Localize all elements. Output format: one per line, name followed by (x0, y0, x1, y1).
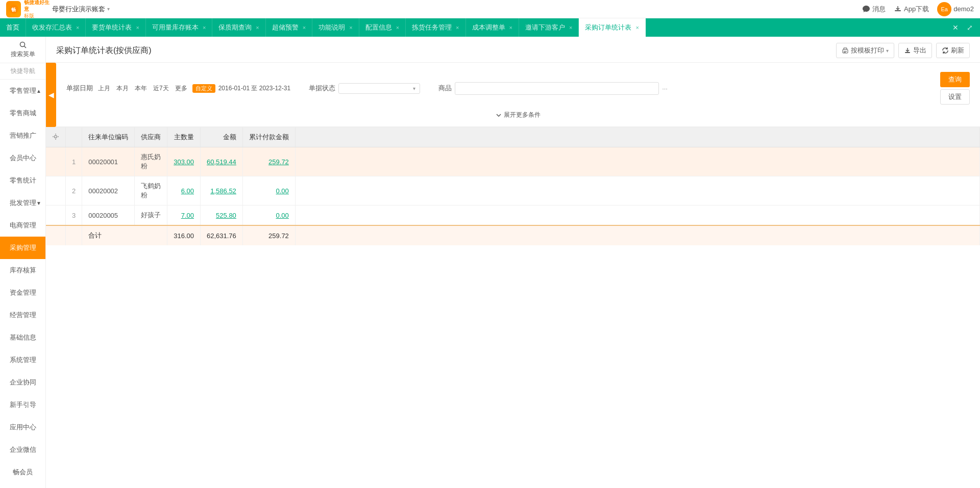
workspace-selector[interactable]: 母婴行业演示账套 ▾ (52, 5, 862, 14)
refresh-button[interactable]: 刷新 (936, 43, 970, 58)
sidebar: 搜索英单 快捷导航 零售管理 ▲ 零售商城 营销推广 会员中心 零售统计 批 (0, 37, 46, 488)
date-shortcut-last-month[interactable]: 上月 (96, 83, 112, 94)
app-download-button[interactable]: App下载 (894, 5, 929, 14)
tab-avail-stock[interactable]: 可用量库存账本 × (146, 18, 212, 37)
date-shortcut-this-year[interactable]: 本年 (133, 83, 149, 94)
sidebar-item-operations[interactable]: 经营管理 (0, 304, 45, 326)
maximize-button[interactable]: ⤢ (964, 22, 976, 33)
sidebar-item-basic-info[interactable]: 基础信息 (0, 326, 45, 349)
date-shortcut-7days[interactable]: 近7天 (151, 83, 171, 94)
tab-cost-adjust-close[interactable]: × (509, 24, 512, 31)
table-container: 往来单位编码 供应商 主数量 金额 累计付款金额 1 00020001 (46, 127, 980, 488)
row2-qty-link[interactable]: 6.00 (181, 187, 194, 195)
row3-code-cell: 00020005 (82, 206, 135, 226)
row1-settings-cell[interactable] (46, 147, 66, 176)
tab-purchase-stats-close[interactable]: × (635, 24, 639, 31)
sidebar-item-system[interactable]: 系统管理 (0, 349, 45, 371)
close-all-tabs-button[interactable]: ✕ (949, 22, 962, 33)
sidebar-item-enterprise[interactable]: 企业协同 (0, 371, 45, 394)
sidebar-item-stock-account[interactable]: 库存核算 (0, 259, 45, 281)
tab-feature-desc[interactable]: 功能说明 × (312, 18, 359, 37)
sidebar-item-ecommerce[interactable]: 电商管理 (0, 214, 45, 237)
tab-config-close[interactable]: × (396, 24, 399, 31)
username: demo2 (953, 5, 974, 13)
goods-filter-label: 商品 (438, 84, 452, 93)
row2-amount-link[interactable]: 1,586.52 (210, 187, 236, 195)
tab-home[interactable]: 首页 (0, 18, 26, 37)
date-custom-badge[interactable]: 自定义 (192, 84, 215, 93)
sidebar-item-guide[interactable]: 新手引导 (0, 394, 45, 416)
sidebar-item-retail-manage[interactable]: 零售管理 ▲ (0, 80, 45, 102)
row1-amount-link[interactable]: 60,519.44 (207, 158, 236, 166)
sidebar-quick-nav[interactable]: 快捷导航 (0, 63, 45, 80)
expand-more-button[interactable]: 展开更多条件 (496, 111, 541, 119)
tab-invite-downstream[interactable]: 邀请下游客户 × (519, 18, 579, 37)
user-profile[interactable]: Ea demo2 (937, 2, 974, 16)
sidebar-item-wholesale[interactable]: 批发管理 ▼ (0, 192, 45, 214)
tab-picking[interactable]: 拣货任务管理 × (406, 18, 465, 37)
row3-qty-link[interactable]: 7.00 (181, 212, 194, 219)
tab-expiry[interactable]: 保质期查询 × (212, 18, 265, 37)
avatar: Ea (937, 2, 951, 16)
filter-wrapper: ◀ 单据日期 上月 本月 本年 近7天 (46, 63, 980, 127)
sidebar-search-button[interactable]: 搜索英单 (0, 37, 45, 63)
sidebar-item-retail-shop[interactable]: 零售商城 (0, 102, 45, 124)
tab-picking-close[interactable]: × (456, 24, 459, 31)
row1-qty-link[interactable]: 303.00 (174, 158, 194, 166)
date-shortcut-more[interactable]: 更多 (173, 83, 189, 94)
col-num-header (66, 127, 82, 147)
svg-point-3 (20, 42, 24, 47)
sidebar-item-app-center[interactable]: 应用中心 (0, 416, 45, 439)
row3-amount-link[interactable]: 525.80 (216, 212, 236, 219)
sidebar-operations-label: 经营管理 (10, 311, 36, 320)
tab-config[interactable]: 配置信息 × (359, 18, 406, 37)
tab-overstock[interactable]: 超储预警 × (266, 18, 312, 37)
sidebar-enterprise-label: 企业协同 (10, 378, 36, 387)
tab-order-stats-close[interactable]: × (136, 24, 139, 31)
export-button[interactable]: 导出 (898, 43, 932, 58)
row3-num-cell: 3 (66, 206, 82, 226)
sidebar-item-marketing[interactable]: 营销推广 (0, 124, 45, 147)
date-shortcut-this-month[interactable]: 本月 (114, 83, 131, 94)
tab-purchase-stats[interactable]: 采购订单统计表 × (579, 18, 645, 37)
status-select[interactable]: ▾ (338, 83, 420, 94)
svg-point-9 (55, 135, 57, 138)
sidebar-item-finance[interactable]: 资金管理 (0, 281, 45, 304)
print-button[interactable]: 按模板打印 ▾ (836, 43, 894, 58)
query-button[interactable]: 查询 (940, 72, 970, 87)
tab-overstock-close[interactable]: × (303, 24, 306, 31)
tab-receive-summary[interactable]: 收发存汇总表 × (26, 18, 86, 37)
sidebar-item-wechat[interactable]: 企业微信 (0, 439, 45, 461)
tab-receive-summary-close[interactable]: × (76, 24, 79, 31)
goods-search-input[interactable] (455, 82, 659, 95)
status-filter-label: 单据状态 (309, 84, 335, 93)
message-button[interactable]: 消息 (862, 5, 886, 14)
sidebar-item-purchase[interactable]: 采购管理 (0, 237, 45, 259)
row3-settings-cell[interactable] (46, 206, 66, 226)
col-settings[interactable] (46, 127, 66, 147)
app-download-label: App下载 (904, 5, 929, 14)
tab-cost-adjust[interactable]: 成本调整单 × (466, 18, 519, 37)
footer-qty-cell: 316.00 (167, 225, 201, 245)
tab-avail-stock-close[interactable]: × (203, 24, 206, 31)
tab-expiry-close[interactable]: × (256, 24, 259, 31)
row3-paid-link[interactable]: 0.00 (276, 212, 289, 219)
expand-more-row: 展开更多条件 (66, 109, 970, 121)
settings-button[interactable]: 设置 (940, 89, 970, 105)
sidebar-wholesale-expand-icon: ▼ (36, 200, 41, 206)
collapse-filter-button[interactable]: ◀ (46, 63, 56, 127)
row2-paid-link[interactable]: 0.00 (276, 187, 289, 195)
row2-settings-cell[interactable] (46, 176, 66, 206)
sidebar-item-member-center[interactable]: 会员中心 (0, 147, 45, 169)
sidebar-item-retail-stats[interactable]: 零售统计 (0, 169, 45, 192)
sidebar-wechat-label: 企业微信 (10, 445, 36, 454)
sidebar-item-member[interactable]: 畅会员 (0, 461, 45, 483)
svg-rect-2 (895, 10, 901, 11)
col-supplier-header: 供应商 (135, 127, 167, 147)
filter-content: 单据日期 上月 本月 本年 近7天 更多 自定义 2016-01-01 至 20… (56, 63, 980, 127)
goods-more-icon[interactable]: ··· (662, 85, 668, 92)
tab-feature-desc-close[interactable]: × (349, 24, 352, 31)
tab-invite-downstream-close[interactable]: × (569, 24, 572, 31)
tab-order-stats[interactable]: 要货单统计表 × (86, 18, 145, 37)
row1-paid-link[interactable]: 259.72 (268, 158, 289, 166)
